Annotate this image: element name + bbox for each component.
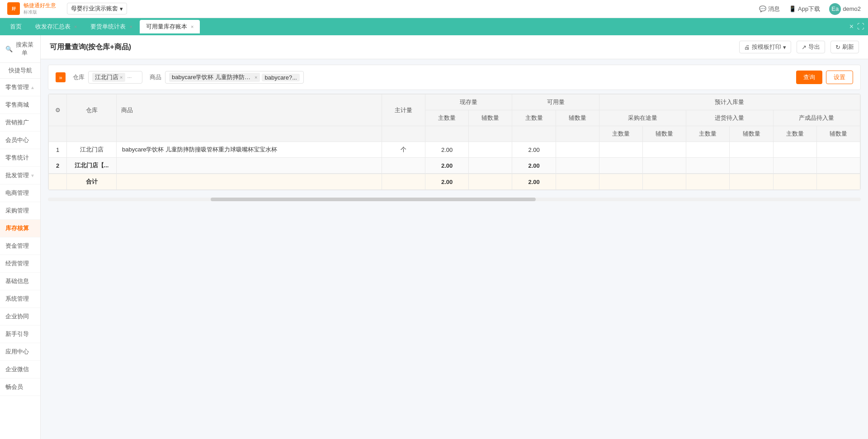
product-tag-babycare2: babycare?...: [262, 74, 300, 81]
td-available-main-1: 2.00: [512, 142, 556, 158]
horizontal-scrollbar[interactable]: [48, 198, 861, 201]
top-bar-left: 好 畅捷通好生意 标准版 母婴行业演示账套 ▾: [7, 2, 127, 15]
sidebar-item-retail-mall-label: 零售商城: [5, 101, 29, 109]
th-unit: 主计量: [382, 94, 425, 126]
sidebar-item-vip[interactable]: 畅会员: [0, 378, 40, 396]
sidebar-item-basic-info[interactable]: 基础信息: [0, 273, 40, 290]
export-btn[interactable]: ↗ 导出: [797, 41, 825, 53]
quick-nav-btn[interactable]: 快捷导航: [0, 63, 40, 79]
sidebar-item-operations[interactable]: 经营管理: [0, 255, 40, 273]
sidebar-item-retail-mgmt-label: 零售管理: [5, 83, 29, 91]
sidebar-item-member[interactable]: 会员中心: [0, 132, 40, 149]
sidebar-item-retail-mgmt[interactable]: 零售管理 ▲: [0, 79, 40, 96]
sidebar-item-finance[interactable]: 资金管理: [0, 237, 40, 255]
td-product-2: [117, 158, 382, 174]
tab-available-inventory[interactable]: 可用量库存账本 ×: [140, 20, 200, 33]
warehouse-tags[interactable]: 江北门店 × ···: [88, 71, 142, 84]
remove-product-tag[interactable]: ×: [255, 75, 257, 80]
product-tags[interactable]: babycare学饮杯 儿童防摔防撞吸管杯重力球吸嘴杯宝宝水杯 × babyca…: [165, 71, 304, 84]
avatar: Ea: [829, 3, 841, 15]
footer-spacer: [49, 174, 67, 190]
warehouse-filter: 仓库 江北门店 × ···: [73, 71, 142, 84]
sidebar-item-purchase-label: 采购管理: [5, 207, 29, 215]
sidebar-item-inventory-label: 库存核算: [5, 224, 29, 232]
content-header: 可用量查询(按仓库+商品) 🖨 按模板打印 ▾ ↗ 导出 ↻ 刷新: [41, 35, 868, 59]
close-all-tabs-icon[interactable]: ×: [849, 23, 854, 31]
sidebar-item-retail-mall[interactable]: 零售商城: [0, 96, 40, 114]
sidebar-item-ecommerce-label: 电商管理: [5, 189, 29, 197]
sidebar-item-newbie[interactable]: 新手引导: [0, 326, 40, 343]
sidebar-item-ecommerce[interactable]: 电商管理: [0, 184, 40, 202]
expand-icon: »: [59, 74, 62, 81]
footer-available-main: 2.00: [512, 174, 556, 190]
th-available-main: 主数量: [512, 110, 556, 126]
query-btn[interactable]: 查询: [796, 71, 822, 84]
quick-nav-label: 快捷导航: [9, 66, 32, 75]
remove-warehouse-tag[interactable]: ×: [120, 75, 123, 80]
footer-prod-aux: [816, 174, 860, 190]
sidebar-item-enterprise[interactable]: 企业协同: [0, 308, 40, 326]
sidebar-item-enterprise-wechat-label: 企业微信: [5, 365, 29, 373]
th-available-aux: 辅数量: [556, 110, 599, 126]
sidebar-item-app-center[interactable]: 应用中心: [0, 343, 40, 361]
sidebar-item-purchase[interactable]: 采购管理: [0, 202, 40, 220]
sidebar-item-wholesale-mgmt[interactable]: 批发管理 ▼: [0, 167, 40, 184]
product-label: 商品: [150, 73, 161, 81]
td-current-aux-1: [469, 142, 512, 158]
td-proc-aux-2: [643, 158, 686, 174]
sidebar-item-enterprise-wechat[interactable]: 企业微信: [0, 361, 40, 378]
td-incoming-main-1: [686, 142, 730, 158]
sidebar-item-inventory[interactable]: 库存核算: [0, 220, 40, 237]
search-menu-btn[interactable]: 🔍 搜索菜单: [4, 39, 37, 59]
th-spacer-ca: [469, 126, 512, 142]
filter-expand-btn[interactable]: »: [56, 72, 66, 82]
user-menu[interactable]: Ea demo2: [829, 3, 861, 15]
app-download-btn[interactable]: 📱 App下载: [789, 5, 820, 13]
tab-home-label: 首页: [10, 23, 22, 31]
refresh-icon: ↻: [835, 44, 840, 51]
td-incoming-aux-2: [730, 158, 773, 174]
settings-icon[interactable]: ⚙: [55, 107, 61, 113]
table-header-row-3: 主数量 辅数量 主数量 辅数量 主数量 辅数量: [49, 126, 860, 142]
th-spacer-prod: [117, 126, 382, 142]
sidebar-item-newbie-label: 新手引导: [5, 330, 29, 338]
refresh-btn[interactable]: ↻ 刷新: [830, 41, 859, 53]
td-prod-aux-2: [816, 158, 860, 174]
td-current-main-1: 2.00: [425, 142, 469, 158]
chevron-down-icon: ▾: [120, 5, 123, 12]
warehouse-more-icon[interactable]: ···: [127, 74, 132, 80]
scroll-thumb[interactable]: [211, 198, 536, 201]
th-spacer-aa: [556, 126, 599, 142]
account-name: 母婴行业演示账套: [71, 5, 118, 13]
print-template-btn[interactable]: 🖨 按模板打印 ▾: [739, 41, 791, 53]
user-label: demo2: [843, 5, 861, 12]
tab-income-summary[interactable]: 收发存汇总表 ×: [29, 20, 83, 33]
tab-requisition-stats-label: 要货单统计表: [90, 23, 126, 31]
sidebar-item-enterprise-label: 企业协同: [5, 312, 29, 321]
tab-requisition-stats-close[interactable]: ×: [129, 24, 132, 29]
sidebar-item-marketing[interactable]: 营销推广: [0, 114, 40, 132]
account-selector[interactable]: 母婴行业演示账套 ▾: [67, 3, 127, 14]
table-row: 1 江北门店 babycare学饮杯 儿童防摔防撞吸管杯重力球吸嘴杯宝宝水杯 个…: [49, 142, 860, 158]
sidebar-item-wholesale-mgmt-label: 批发管理: [5, 171, 29, 179]
message-btn[interactable]: 💬 消息: [759, 5, 780, 13]
footer-product: [117, 174, 382, 190]
tab-available-inventory-close[interactable]: ×: [191, 24, 193, 29]
fullscreen-icon[interactable]: ⛶: [857, 23, 864, 31]
td-available-aux-2: [556, 158, 599, 174]
tab-requisition-stats[interactable]: 要货单统计表 ×: [84, 20, 138, 33]
sidebar-item-system[interactable]: 系统管理: [0, 290, 40, 308]
product-filter: 商品 babycare学饮杯 儿童防摔防撞吸管杯重力球吸嘴杯宝宝水杯 × bab…: [150, 71, 304, 84]
footer-inc-main: [686, 174, 730, 190]
setting-btn[interactable]: 设置: [826, 71, 853, 84]
th-current-aux: 辅数量: [469, 110, 512, 126]
sidebar-item-retail-stats[interactable]: 零售统计: [0, 149, 40, 167]
th-proc-main: 主数量: [599, 126, 642, 142]
sidebar-item-system-label: 系统管理: [5, 295, 29, 303]
tab-income-summary-close[interactable]: ×: [74, 24, 77, 29]
tab-home[interactable]: 首页: [4, 20, 28, 33]
app-label: App下载: [798, 5, 820, 13]
warehouse-tag-jiangbei: 江北门店 ×: [92, 73, 125, 82]
table-header-row-1: ⚙ 仓库 商品 主计量 现存量 可用量 预计入库量: [49, 94, 860, 110]
brand-text: 畅捷通好生意: [24, 2, 56, 9]
